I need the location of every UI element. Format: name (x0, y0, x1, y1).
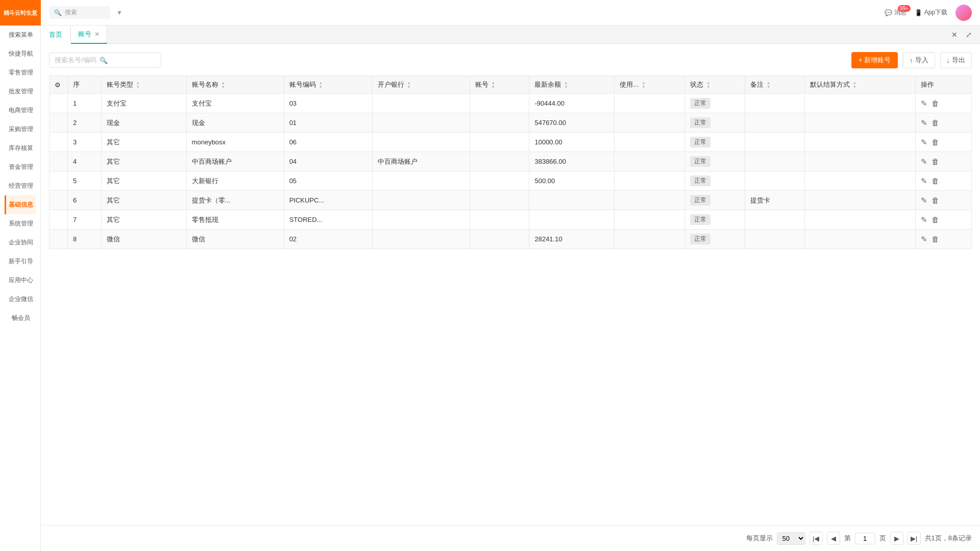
tab-home[interactable]: 首页 (41, 26, 71, 44)
th-gear[interactable]: ⚙ (50, 76, 68, 94)
th-balance[interactable]: 最新余额 ▲▼ (529, 76, 615, 94)
delete-button[interactable]: 🗑 (932, 215, 939, 224)
table-search-box[interactable]: 搜索名号/编码 🔍 (49, 53, 161, 68)
table-row: 6其它提货卡（零...PICKUPC...正常提货卡✎🗑 (50, 191, 972, 210)
tabs-bar: 首页 账号 ✕ ✕ ⤢ (41, 26, 980, 44)
total-label: 共1页，8条记录 (925, 534, 972, 543)
tab-maximize-button[interactable]: ⤢ (962, 28, 976, 42)
th-use[interactable]: 使用... ▲▼ (615, 76, 685, 94)
table-row: 7其它零售抵现STORED...正常✎🗑 (50, 210, 972, 230)
last-page-button[interactable]: ▶| (908, 532, 921, 545)
delete-button[interactable]: 🗑 (932, 118, 939, 128)
toolbar: 搜索名号/编码 🔍 + 新增账号 ↑ 导入 ↓ 导出 (49, 52, 972, 68)
page-content: 搜索名号/编码 🔍 + 新增账号 ↑ 导入 ↓ 导出 ⚙ 序 (41, 44, 980, 525)
th-name[interactable]: 账号名称 ▲▼ (186, 76, 284, 94)
sidebar-item-wechat[interactable]: 企业微信 (5, 290, 36, 309)
sidebar-item-retail[interactable]: 零售管理 (5, 63, 36, 82)
sidebar-item-ecom[interactable]: 电商管理 (5, 101, 36, 120)
table-row: 8微信微信0228241.10正常✎🗑 (50, 230, 972, 249)
th-default-settle[interactable]: 默认结算方式 ▲▼ (804, 76, 915, 94)
edit-button[interactable]: ✎ (921, 215, 927, 224)
tab-close-all-button[interactable]: ✕ (947, 28, 962, 42)
th-account[interactable]: 账号 ▲▼ (470, 76, 529, 94)
sidebar-item-shortcut[interactable]: 快捷导航 (5, 44, 36, 63)
per-page-label: 每页显示 (746, 534, 773, 543)
delete-button[interactable]: 🗑 (932, 157, 939, 166)
sidebar-item-app_center[interactable]: 应用中心 (5, 271, 36, 290)
action-icons: ✎🗑 (921, 138, 966, 147)
sidebar-item-inventory[interactable]: 库存核算 (5, 139, 36, 158)
tab-close-icon[interactable]: ✕ (94, 31, 100, 38)
sidebar-item-finance[interactable]: 资金管理 (5, 158, 36, 177)
sidebar-item-member[interactable]: 畅会员 (5, 309, 36, 328)
edit-button[interactable]: ✎ (921, 157, 927, 166)
sidebar-item-basic[interactable]: 基础信息 (5, 195, 36, 214)
edit-button[interactable]: ✎ (921, 177, 927, 186)
edit-button[interactable]: ✎ (921, 138, 927, 147)
table-header: ⚙ 序 账号类型 ▲▼ 账号名称 ▲▼ 账号编码 ▲▼ 开户银行 ▲▼ 账号 ▲… (50, 76, 972, 94)
global-search[interactable]: 🔍 搜索 (49, 6, 110, 19)
dropdown-icon[interactable]: ▼ (116, 9, 122, 16)
export-button[interactable]: ↓ 导出 (940, 52, 972, 68)
th-bank[interactable]: 开户银行 ▲▼ (372, 76, 470, 94)
header-right: 💬 消息 99+ 📱 App下载 (885, 5, 972, 21)
table-body: 1支付宝支付宝03-90444.00正常✎🗑2现金现金01547670.00正常… (50, 94, 972, 249)
main-area: 🔍 搜索 ▼ 💬 消息 99+ 📱 App下载 首页 账号 ✕ (41, 0, 980, 551)
th-no: 序 (68, 76, 102, 94)
delete-button[interactable]: 🗑 (932, 99, 939, 108)
delete-button[interactable]: 🗑 (932, 196, 939, 205)
user-avatar[interactable] (955, 5, 972, 21)
search-submit-icon[interactable]: 🔍 (100, 57, 108, 64)
app-download-button[interactable]: 📱 App下载 (915, 8, 947, 17)
per-page-select[interactable]: 50 20 100 (777, 532, 805, 545)
sidebar-item-system[interactable]: 系统管理 (5, 214, 36, 233)
export-icon: ↓ (947, 57, 950, 64)
message-icon: 💬 (885, 9, 892, 16)
prev-page-button[interactable]: ◀ (827, 532, 840, 545)
th-action: 操作 (915, 76, 971, 94)
import-button[interactable]: ↑ 导入 (903, 52, 935, 68)
edit-button[interactable]: ✎ (921, 118, 927, 128)
pagination-bar: 每页显示 50 20 100 |◀ ◀ 第 页 ▶ ▶| 共1页，8条记录 (41, 525, 980, 551)
edit-button[interactable]: ✎ (921, 99, 927, 108)
sidebar-item-operation[interactable]: 经营管理 (5, 177, 36, 195)
action-icons: ✎🗑 (921, 99, 966, 108)
page-number-input[interactable] (855, 533, 875, 544)
table-row: 2现金现金01547670.00正常✎🗑 (50, 113, 972, 133)
sidebar-item-guide[interactable]: 新手引导 (5, 252, 36, 271)
page-label: 第 (844, 534, 851, 543)
action-icons: ✎🗑 (921, 215, 966, 224)
add-account-button[interactable]: + 新增账号 (851, 52, 898, 68)
th-remark[interactable]: 备注 ▲▼ (745, 76, 804, 94)
tab-actions: ✕ ⤢ (947, 28, 980, 42)
th-type[interactable]: 账号类型 ▲▼ (101, 76, 186, 94)
header-left: 🔍 搜索 ▼ (49, 6, 122, 19)
edit-button[interactable]: ✎ (921, 235, 927, 244)
th-code[interactable]: 账号编码 ▲▼ (284, 76, 372, 94)
status-badge: 正常 (690, 117, 710, 128)
app-logo: 精斗云时生意 (0, 0, 41, 26)
status-badge: 正常 (690, 137, 710, 147)
delete-button[interactable]: 🗑 (932, 177, 939, 186)
sidebar-item-wholesale[interactable]: 批发管理 (5, 82, 36, 101)
tab-account[interactable]: 账号 ✕ (71, 26, 107, 44)
sidebar-item-search[interactable]: 搜索菜单 (5, 26, 36, 44)
th-status[interactable]: 状态 ▲▼ (685, 76, 745, 94)
search-input-placeholder: 搜索名号/编码 (55, 56, 96, 65)
sidebar-item-purchase[interactable]: 采购管理 (5, 120, 36, 139)
status-badge: 正常 (690, 156, 710, 167)
status-badge: 正常 (690, 214, 710, 225)
page-suffix: 页 (879, 534, 886, 543)
delete-button[interactable]: 🗑 (932, 138, 939, 147)
sidebar-item-enterprise[interactable]: 企业协同 (5, 233, 36, 252)
edit-button[interactable]: ✎ (921, 196, 927, 205)
message-badge: 99+ (898, 5, 911, 12)
table-row: 3其它moneybosx0610000.00正常✎🗑 (50, 133, 972, 152)
delete-button[interactable]: 🗑 (932, 235, 939, 244)
sidebar: 精斗云时生意 搜索菜单快捷导航零售管理批发管理电商管理采购管理库存核算资金管理经… (0, 0, 41, 551)
message-button[interactable]: 💬 消息 99+ (885, 8, 906, 17)
next-page-button[interactable]: ▶ (890, 532, 903, 545)
action-icons: ✎🗑 (921, 196, 966, 205)
phone-icon: 📱 (915, 9, 922, 16)
first-page-button[interactable]: |◀ (810, 532, 823, 545)
